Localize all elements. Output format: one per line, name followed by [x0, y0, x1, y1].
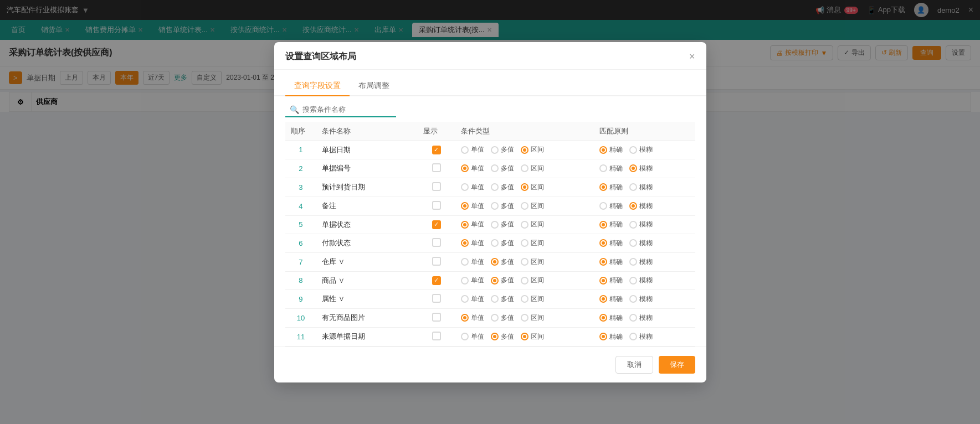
cell-show-4[interactable]	[418, 215, 455, 234]
radio-match-exact-2[interactable]: 精确	[599, 183, 623, 192]
radio-type-single-0[interactable]: 单值	[461, 145, 484, 154]
cell-show-2[interactable]	[418, 178, 455, 197]
radio-label-match-fuzzy-10: 模糊	[639, 332, 653, 342]
radio-match-exact-7[interactable]: 精确	[599, 276, 623, 285]
radio-circle-match-fuzzy-9	[629, 314, 637, 322]
radio-type-range-4[interactable]: 区间	[521, 220, 544, 229]
table-row: 9属性 ∨单值多值区间精确模糊	[285, 289, 695, 308]
cell-order-5: 6	[285, 234, 317, 252]
modal-title: 设置查询区域布局	[285, 51, 356, 63]
radio-match-exact-10[interactable]: 精确	[599, 332, 623, 342]
radio-match-fuzzy-8[interactable]: 模糊	[629, 294, 653, 304]
radio-match-fuzzy-10[interactable]: 模糊	[629, 332, 653, 342]
radio-match-fuzzy-1[interactable]: 模糊	[629, 164, 653, 173]
radio-circle-type-single-0	[461, 146, 469, 154]
checkbox-10[interactable]	[432, 332, 441, 340]
radio-match-exact-6[interactable]: 精确	[599, 257, 623, 267]
cell-show-3[interactable]	[418, 197, 455, 215]
radio-type-range-2[interactable]: 区间	[521, 183, 544, 192]
radio-circle-type-multi-1	[491, 164, 499, 172]
radio-match-fuzzy-3[interactable]: 模糊	[629, 201, 653, 211]
cell-show-10[interactable]	[418, 327, 455, 346]
radio-type-range-5[interactable]: 区间	[521, 239, 544, 248]
radio-type-multi-0[interactable]: 多值	[491, 145, 514, 154]
checkbox-2[interactable]	[432, 182, 441, 191]
radio-type-single-3[interactable]: 单值	[461, 201, 484, 211]
radio-type-single-6[interactable]: 单值	[461, 257, 484, 267]
save-btn[interactable]: 保存	[659, 356, 695, 374]
checkbox-9[interactable]	[432, 313, 441, 322]
radio-label-type-multi-6: 多值	[501, 257, 514, 267]
radio-type-single-2[interactable]: 单值	[461, 183, 484, 192]
cancel-btn[interactable]: 取消	[615, 356, 653, 374]
checkbox-3[interactable]	[432, 201, 441, 210]
radio-match-fuzzy-6[interactable]: 模糊	[629, 257, 653, 267]
cell-show-8[interactable]	[418, 289, 455, 308]
radio-type-range-9[interactable]: 区间	[521, 313, 544, 323]
cell-show-6[interactable]	[418, 252, 455, 271]
radio-type-multi-2[interactable]: 多值	[491, 183, 514, 192]
radio-type-multi-6[interactable]: 多值	[491, 257, 514, 267]
radio-match-exact-9[interactable]: 精确	[599, 313, 623, 323]
radio-match-fuzzy-0[interactable]: 模糊	[629, 145, 653, 154]
checkbox-6[interactable]	[432, 257, 441, 266]
radio-type-range-10[interactable]: 区间	[521, 332, 544, 342]
radio-type-multi-9[interactable]: 多值	[491, 313, 514, 323]
radio-match-fuzzy-9[interactable]: 模糊	[629, 313, 653, 323]
radio-match-exact-4[interactable]: 精确	[599, 220, 623, 229]
radio-type-range-3[interactable]: 区间	[521, 201, 544, 211]
radio-match-exact-5[interactable]: 精确	[599, 239, 623, 248]
radio-type-multi-4[interactable]: 多值	[491, 220, 514, 229]
radio-label-type-multi-10: 多值	[501, 332, 514, 342]
radio-match-fuzzy-7[interactable]: 模糊	[629, 276, 653, 285]
radio-type-multi-1[interactable]: 多值	[491, 164, 514, 173]
radio-type-range-8[interactable]: 区间	[521, 294, 544, 304]
tab-query-settings[interactable]: 查询字段设置	[285, 76, 350, 96]
radio-type-multi-5[interactable]: 多值	[491, 239, 514, 248]
radio-match-exact-8[interactable]: 精确	[599, 294, 623, 304]
settings-modal: 设置查询区域布局 × 查询字段设置 布局调整 🔍	[274, 42, 706, 382]
search-input[interactable]	[302, 105, 386, 113]
radio-type-range-6[interactable]: 区间	[521, 257, 544, 267]
radio-type-range-1[interactable]: 区间	[521, 164, 544, 173]
radio-type-single-8[interactable]: 单值	[461, 294, 484, 304]
radio-type-multi-7[interactable]: 多值	[491, 276, 514, 285]
tab-layout-adjust[interactable]: 布局调整	[350, 76, 398, 96]
cell-match-9: 精确模糊	[594, 308, 695, 327]
checkbox-5[interactable]	[432, 238, 441, 247]
radio-circle-type-range-5	[521, 239, 529, 247]
radio-type-single-1[interactable]: 单值	[461, 164, 484, 173]
radio-label-type-single-0: 单值	[471, 145, 484, 154]
modal-close-btn[interactable]: ×	[689, 51, 695, 61]
cell-show-5[interactable]	[418, 234, 455, 252]
radio-type-single-10[interactable]: 单值	[461, 332, 484, 342]
checkbox-7[interactable]	[432, 276, 441, 285]
checkbox-0[interactable]	[432, 146, 441, 154]
radio-type-multi-8[interactable]: 多值	[491, 294, 514, 304]
radio-match-exact-1[interactable]: 精确	[599, 164, 623, 173]
radio-type-range-0[interactable]: 区间	[521, 145, 544, 154]
radio-type-single-4[interactable]: 单值	[461, 220, 484, 229]
cell-show-1[interactable]	[418, 159, 455, 178]
radio-type-single-7[interactable]: 单值	[461, 276, 484, 285]
radio-type-single-5[interactable]: 单值	[461, 239, 484, 248]
radio-match-fuzzy-5[interactable]: 模糊	[629, 239, 653, 248]
radio-match-fuzzy-2[interactable]: 模糊	[629, 183, 653, 192]
radio-match-exact-0[interactable]: 精确	[599, 145, 623, 154]
cell-name-2: 预计到货日期	[316, 178, 417, 197]
checkbox-1[interactable]	[432, 163, 441, 172]
radio-type-range-7[interactable]: 区间	[521, 276, 544, 285]
radio-type-single-9[interactable]: 单值	[461, 313, 484, 323]
radio-label-type-multi-9: 多值	[501, 313, 514, 323]
cell-type-3: 单值多值区间	[455, 197, 594, 215]
checkbox-4[interactable]	[432, 220, 441, 229]
radio-type-multi-10[interactable]: 多值	[491, 332, 514, 342]
cell-show-0[interactable]	[418, 141, 455, 159]
radio-label-type-range-9: 区间	[531, 313, 544, 323]
radio-type-multi-3[interactable]: 多值	[491, 201, 514, 211]
checkbox-8[interactable]	[432, 294, 441, 303]
radio-match-fuzzy-4[interactable]: 模糊	[629, 220, 653, 229]
radio-match-exact-3[interactable]: 精确	[599, 201, 623, 211]
cell-show-9[interactable]	[418, 308, 455, 327]
cell-show-7[interactable]	[418, 271, 455, 289]
